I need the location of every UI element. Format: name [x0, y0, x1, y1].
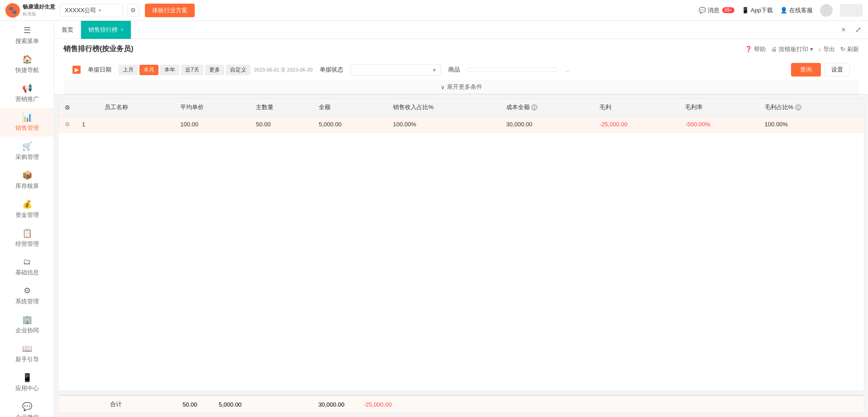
- sidebar-item-operations[interactable]: 📋 经营管理: [0, 224, 54, 253]
- date-btn-7days[interactable]: 近7天: [181, 65, 203, 75]
- footer-cost: 30,000.00: [313, 401, 358, 408]
- status-select[interactable]: ▾: [350, 64, 441, 76]
- row-settings-icon[interactable]: ⚙: [58, 116, 77, 133]
- sidebar-label-search: 搜索菜单: [15, 37, 39, 45]
- message-icon: 💬: [699, 7, 706, 14]
- table-area: ⚙ 员工名称 平均单价 主数量 全额 销售收入占比% 成本全额 ⓘ 毛利 毛利率…: [58, 98, 864, 391]
- sidebar-item-search-orders[interactable]: ☰ 搜索菜单: [0, 21, 54, 50]
- date-btn-this-year[interactable]: 本年: [160, 65, 179, 75]
- col-settings[interactable]: ⚙: [58, 99, 77, 116]
- export-label: 导出: [823, 45, 835, 53]
- purchase-icon: 🛒: [22, 141, 32, 151]
- app-subtitle: 标准版: [23, 11, 55, 17]
- sidebar-item-app-center[interactable]: 📱 应用中心: [0, 368, 54, 397]
- gross-ratio-info-icon[interactable]: ⓘ: [795, 104, 801, 110]
- col-avg-price: 平均单价: [175, 99, 250, 116]
- table-row: ⚙ 1 100.00 50.00 5,000.00 100.00% 30,000…: [58, 116, 864, 133]
- cost-info-icon[interactable]: ⓘ: [531, 104, 537, 110]
- page-title-row: 销售排行榜(按业务员) ❓ 帮助 🖨 按模板打印 ▾ ↓ 导出: [63, 44, 859, 54]
- row-sales-ratio: 100.00%: [388, 116, 501, 133]
- page-header: 销售排行榜(按业务员) ❓ 帮助 🖨 按模板打印 ▾ ↓ 导出: [54, 39, 868, 95]
- finance-icon: 💰: [22, 199, 32, 209]
- onboarding-icon: 📖: [22, 344, 32, 354]
- sidebar-item-marketing[interactable]: 📢 营销推广: [0, 79, 54, 108]
- help-button[interactable]: ❓ 帮助: [745, 45, 766, 53]
- content-area: 首页 销售排行榜 × × ⤢ 销售排行榜(按业务员) ❓ 帮助: [54, 21, 868, 417]
- sidebar-item-enterprise-wechat[interactable]: 💬 企业微信: [0, 397, 54, 417]
- export-icon: ↓: [819, 46, 822, 53]
- app-download-icon: 📱: [742, 7, 749, 14]
- filter-toggle-icon[interactable]: ▶: [72, 66, 81, 74]
- date-btn-custom[interactable]: 自定义: [226, 65, 250, 75]
- col-index: [77, 99, 99, 116]
- try-industry-button[interactable]: 体验行业方案: [145, 4, 195, 17]
- expand-icon: ∨: [441, 84, 445, 91]
- sidebar-item-finance[interactable]: 💰 资金管理: [0, 195, 54, 224]
- sidebar-label-marketing: 营销推广: [15, 95, 39, 103]
- sidebar-item-inventory[interactable]: 📦 库存核算: [0, 166, 54, 195]
- message-button[interactable]: 💬 消息 99+: [699, 6, 734, 14]
- avatar[interactable]: [820, 4, 833, 17]
- service-label: 在线客服: [789, 6, 813, 14]
- sidebar-item-system[interactable]: ⚙ 系统管理: [0, 281, 54, 310]
- export-button[interactable]: ↓ 导出: [819, 45, 835, 53]
- sidebar-item-basic-info[interactable]: 🗂 基础信息: [0, 253, 54, 281]
- date-btn-more[interactable]: 更多: [205, 65, 224, 75]
- sidebar: ☰ 搜索菜单 🏠 快捷导航 📢 营销推广 📊 销售管理 🛒 采购管理 📦 库存核…: [0, 21, 54, 417]
- app-title: 畅康通好生意: [23, 3, 55, 11]
- row-index: 1: [77, 116, 99, 133]
- date-range-text: 2023-06-01 至 2023-06-30: [254, 67, 313, 73]
- row-gross-rate: -500.00%: [680, 116, 759, 133]
- tab-bar: 首页 销售排行榜 × × ⤢: [54, 21, 868, 39]
- settings-button[interactable]: 设置: [825, 63, 850, 77]
- sidebar-item-purchase[interactable]: 🛒 采购管理: [0, 137, 54, 166]
- sidebar-item-quick-nav[interactable]: 🏠 快捷导航: [0, 50, 54, 79]
- operations-icon: 📋: [22, 228, 32, 238]
- print-button[interactable]: 🖨 按模板打印 ▾: [771, 45, 813, 53]
- basic-info-icon: 🗂: [23, 257, 31, 267]
- tab-maximize-icon[interactable]: ⤢: [852, 24, 864, 36]
- message-badge: 99+: [722, 7, 734, 13]
- col-employee: 员工名称: [99, 99, 175, 116]
- wechat-icon: 💬: [22, 402, 32, 412]
- sidebar-label-basicinfo: 基础信息: [15, 268, 39, 277]
- tab-close-window-icon[interactable]: ×: [837, 24, 850, 36]
- tab-close-icon[interactable]: ×: [120, 27, 124, 33]
- sidebar-item-sales[interactable]: 📊 销售管理: [0, 108, 54, 137]
- row-gross-profit: -25,000.00: [594, 116, 680, 133]
- tab-home[interactable]: 首页: [54, 21, 81, 39]
- table-body: ⚙ 1 100.00 50.00 5,000.00 100.00% 30,000…: [58, 116, 864, 133]
- sidebar-item-enterprise-coop[interactable]: 🏢 企业协同: [0, 310, 54, 339]
- goods-filter-label: 商品: [448, 66, 460, 74]
- date-btn-last-month[interactable]: 上月: [119, 65, 138, 75]
- print-icon: 🖨: [771, 46, 777, 53]
- main-layout: ☰ 搜索菜单 🏠 快捷导航 📢 营销推广 📊 销售管理 🛒 采购管理 📦 库存核…: [0, 21, 868, 417]
- system-icon: ⚙: [24, 286, 31, 296]
- date-btn-this-month[interactable]: 本月: [139, 65, 158, 75]
- refresh-icon: ↻: [840, 46, 845, 53]
- more-filters-icon[interactable]: ...: [565, 67, 570, 73]
- dropdown-arrow-icon: ▾: [99, 8, 101, 13]
- app-download-button[interactable]: 📱 App下载: [742, 6, 773, 14]
- online-service-button[interactable]: 👤 在线客服: [780, 6, 813, 14]
- sidebar-item-onboarding[interactable]: 📖 新手引导: [0, 339, 54, 368]
- tab-home-label: 首页: [62, 26, 73, 34]
- company-selector[interactable]: XXXXX公司 ▾: [60, 4, 123, 17]
- search-menu-icon: ☰: [24, 25, 31, 35]
- refresh-button[interactable]: ↻ 刷新: [840, 45, 859, 53]
- tab-sales-ranking[interactable]: 销售排行榜 ×: [81, 21, 131, 39]
- col-gross-ratio: 毛利占比% ⓘ: [759, 99, 864, 116]
- home-icon: 🏠: [22, 54, 32, 64]
- user-name-area[interactable]: [840, 4, 863, 17]
- expand-row: ∨ 展开更多条件: [63, 80, 859, 94]
- col-main-qty: 主数量: [250, 99, 313, 116]
- tab-sales-label: 销售排行榜: [88, 26, 118, 34]
- settings-icon[interactable]: ⚙: [127, 4, 139, 17]
- expand-button[interactable]: ∨ 展开更多条件: [441, 83, 482, 91]
- query-button[interactable]: 查询: [791, 63, 821, 77]
- goods-input[interactable]: [467, 67, 558, 72]
- table-footer: 合计 50.00 5,000.00 30,000.00 -25,000.00: [58, 395, 864, 413]
- help-icon: ❓: [745, 46, 752, 53]
- sidebar-label-appcenter: 应用中心: [15, 384, 39, 393]
- refresh-label: 刷新: [847, 45, 859, 53]
